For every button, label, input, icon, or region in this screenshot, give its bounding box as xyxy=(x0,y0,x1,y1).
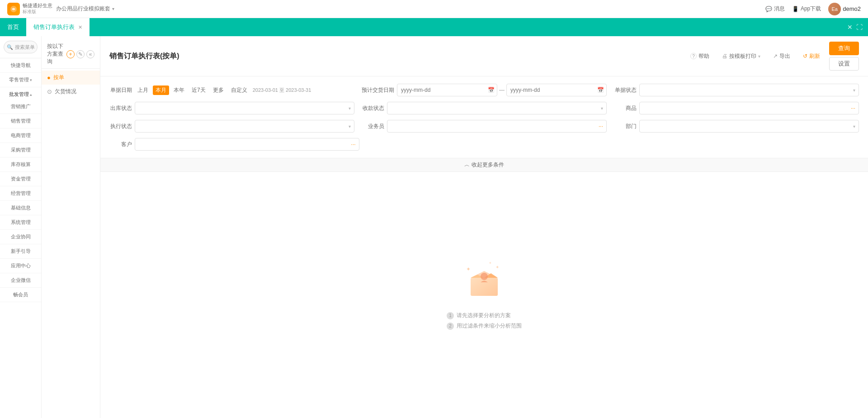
sidebar-item-new-user-label: 新手引导 xyxy=(11,248,31,254)
sidebar-item-system[interactable]: 系统管理 xyxy=(0,215,41,230)
customer-more-icon[interactable]: ··· xyxy=(351,141,356,147)
date-tab-last-month[interactable]: 上月 xyxy=(135,86,151,95)
search-menu-btn[interactable]: 🔍 搜索菜单 xyxy=(4,41,38,53)
date-tab-custom[interactable]: 自定义 xyxy=(228,86,250,95)
app-download-action[interactable]: 📱 App下载 xyxy=(792,5,821,13)
sidebar-item-ops-label: 经营管理 xyxy=(11,190,31,196)
retail-mgmt-arrow: ▾ xyxy=(30,78,32,82)
scheme-by-order-icon: ● xyxy=(47,74,51,81)
message-label: 消息 xyxy=(774,5,785,13)
user-area[interactable]: Ea demo2 xyxy=(828,3,861,15)
sidebar-item-sales-mgmt[interactable]: 销售管理 xyxy=(0,114,41,128)
filter-dept: 部门 ▾ xyxy=(614,120,859,133)
template-print-btn[interactable]: 🖨 按模板打印 ▾ xyxy=(718,51,764,62)
date-tab-group: 上月 本月 本年 近7天 更多 自定义 xyxy=(135,86,250,95)
collapse-panel-btn[interactable]: « xyxy=(86,50,94,58)
tab-sales-order-label: 销售订单执行表 xyxy=(33,23,75,31)
sidebar-item-purchase[interactable]: 采购管理 xyxy=(0,143,41,157)
help-btn[interactable]: ? 帮助 xyxy=(687,51,713,62)
sidebar-item-retail-mgmt[interactable]: 零售管理 ▾ xyxy=(0,73,41,87)
scheme-item-by-order[interactable]: ● 按单 xyxy=(42,71,100,85)
sidebar-item-quick-nav[interactable]: 快捷导航 xyxy=(0,58,41,73)
user-name: demo2 xyxy=(843,5,861,12)
svg-point-5 xyxy=(481,273,488,280)
sidebar-item-retail-mgmt-label: 零售管理 xyxy=(9,76,29,83)
expected-date-from-input[interactable] xyxy=(397,84,497,96)
export-btn[interactable]: ↗ 导出 xyxy=(769,51,794,62)
goods-input[interactable] xyxy=(639,102,859,114)
wholesale-arrow: ▴ xyxy=(30,92,32,97)
filter-row-4: 客户 ··· xyxy=(109,138,859,151)
filter-customer: 客户 ··· xyxy=(109,138,359,151)
sidebar-item-finance[interactable]: 资金管理 xyxy=(0,172,41,186)
date-range-display: 2023-03-01 至 2023-03-31 xyxy=(253,87,311,94)
template-print-label: 按模板打印 xyxy=(729,52,756,60)
refresh-btn[interactable]: ↺ 刷新 xyxy=(799,51,824,62)
print-dropdown-arrow: ▾ xyxy=(758,54,760,59)
scheme-by-debt-label: 欠货情况 xyxy=(55,88,76,95)
add-scheme-btn[interactable]: + xyxy=(66,50,75,58)
window-close-btn[interactable]: ✕ xyxy=(847,24,853,31)
scheme-item-by-debt[interactable]: ⊙ 欠货情况 xyxy=(42,85,100,99)
print-icon: 🖨 xyxy=(722,53,727,59)
sidebar-item-ops[interactable]: 经营管理 xyxy=(0,186,41,201)
sidebar-item-inventory[interactable]: 库存核算 xyxy=(0,157,41,172)
outbound-status-label: 出库状态 xyxy=(109,104,132,112)
collapse-more-conditions-btn[interactable]: ︿ 收起更多条件 xyxy=(464,161,504,169)
sidebar-item-enterprise-wechat-label: 企业微信 xyxy=(11,277,31,283)
sidebar-item-basic-label: 基础信息 xyxy=(11,205,31,210)
sidebar-item-ecommerce[interactable]: 电商管理 xyxy=(0,128,41,143)
edit-scheme-btn[interactable]: ✎ xyxy=(76,50,85,58)
message-action[interactable]: 💬 消息 xyxy=(765,5,785,13)
logo-subtitle: 标准版 xyxy=(23,9,52,15)
empty-state-icon: ✦ ✦ ✦ xyxy=(462,257,507,303)
salesperson-more-icon[interactable]: ··· xyxy=(599,123,603,129)
goods-more-icon[interactable]: ··· xyxy=(851,105,855,111)
sidebar-item-marketing[interactable]: 营销推广 xyxy=(0,100,41,114)
refresh-label: 刷新 xyxy=(809,52,820,60)
help-label: 帮助 xyxy=(698,52,709,60)
sidebar-item-member[interactable]: 畅会员 xyxy=(0,288,41,302)
sidebar-item-new-user[interactable]: 新手引导 xyxy=(0,244,41,259)
breadcrumb-dropdown-icon[interactable]: ▾ xyxy=(112,6,114,11)
sidebar-item-system-label: 系统管理 xyxy=(11,219,31,225)
date-tab-last7days[interactable]: 近7天 xyxy=(189,86,208,95)
expected-date-to-input[interactable] xyxy=(506,84,607,96)
date-tab-this-month[interactable]: 本月 xyxy=(153,86,169,95)
expected-date-label: 预计交货日期 xyxy=(362,86,394,94)
settings-button[interactable]: 设置 xyxy=(829,57,859,71)
sidebar-item-enterprise-wechat[interactable]: 企业微信 xyxy=(0,273,41,288)
sidebar-item-basic[interactable]: 基础信息 xyxy=(0,201,41,215)
customer-input[interactable] xyxy=(135,138,359,151)
query-button[interactable]: 查询 xyxy=(829,42,859,55)
sidebar-item-app-center[interactable]: 应用中心 xyxy=(0,259,41,273)
sidebar-item-wholesale-mgmt[interactable]: 批发管理 ▴ xyxy=(0,87,41,100)
content-area: 销售订单执行表(按单) ? 帮助 🖨 按模板打印 ▾ ↗ 导出 xyxy=(100,36,868,418)
window-maximize-btn[interactable]: ⛶ xyxy=(856,24,863,31)
filter-row-3: 执行状态 ▾ 业务员 ··· 部门 xyxy=(109,120,859,133)
empty-state: ✦ ✦ ✦ 1 请先选择要分析的方案 2 用过滤条件来缩小分析范围 xyxy=(100,172,868,418)
tab-home[interactable]: 首页 xyxy=(0,18,26,36)
sidebar-item-marketing-label: 营销推广 xyxy=(11,104,31,109)
breadcrumb: 办公用品行业模拟账套 ▾ xyxy=(56,5,114,13)
app-download-icon: 📱 xyxy=(792,6,799,12)
left-panel-title: 按以下方案查询 xyxy=(47,43,66,66)
customer-input-wrap: ··· xyxy=(135,138,359,151)
salesperson-input[interactable] xyxy=(387,120,607,133)
date-tab-more[interactable]: 更多 xyxy=(210,86,226,95)
expected-date-from-wrap: 📅 xyxy=(397,84,497,96)
collapse-bar[interactable]: ︿ 收起更多条件 xyxy=(100,158,868,172)
logo-title: 畅捷通好生意 xyxy=(23,3,52,9)
sidebar-item-enterprise-collab[interactable]: 企业协同 xyxy=(0,230,41,244)
dept-select[interactable] xyxy=(639,120,859,133)
exec-status-select[interactable] xyxy=(135,120,354,133)
tab-close-icon[interactable]: ✕ xyxy=(78,24,82,30)
doc-status-select[interactable] xyxy=(639,84,859,96)
outbound-status-select[interactable] xyxy=(135,102,354,114)
payment-status-select[interactable] xyxy=(387,102,607,114)
tab-sales-order-exec[interactable]: 销售订单执行表 ✕ xyxy=(26,18,90,36)
search-menu-label: 搜索菜单 xyxy=(15,44,35,51)
filter-doc-status: 单据状态 ▾ xyxy=(614,84,859,96)
date-tab-this-year[interactable]: 本年 xyxy=(171,86,187,95)
svg-rect-1 xyxy=(471,278,498,296)
